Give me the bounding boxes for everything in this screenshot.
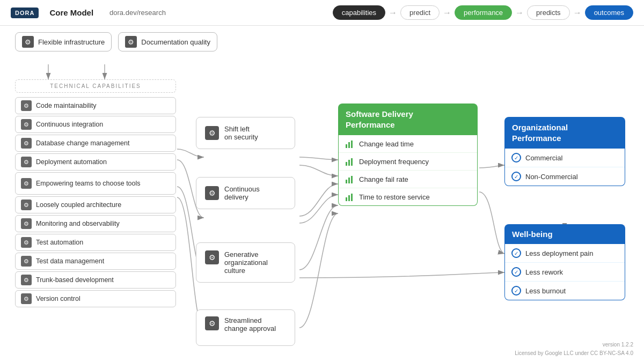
gear-icon-cap-9: ⚙ [21,275,32,285]
url-display: dora.dev/research [109,9,322,17]
gear-icon-cap-0: ⚙ [21,100,32,111]
footer: version 1.2.2 Licensed by Google LLC und… [515,341,633,358]
sdp-item-3: Time to restore service [359,193,430,201]
cap-label-8: Test data management [36,257,104,265]
nav-performance[interactable]: performance [455,5,512,20]
cap-continuous-integration: ⚙ Continuous integration [15,116,176,133]
org-performance-box: Organizational Performance ✓ Commercial … [504,117,625,186]
cap-trunk-based: ⚙ Trunk-based development [15,271,176,289]
svg-rect-12 [351,176,353,183]
org-header: Organizational Performance [504,117,625,149]
gear-icon-cap-6: ⚙ [21,218,32,229]
check-icon-wb-2: ✓ [511,286,521,295]
org-non-commercial: ✓ Non-Commercial [505,167,625,186]
cap-label-3: Deployment automation [36,158,107,166]
cap-loosely-coupled: ⚙ Loosely coupled architecture [15,196,176,213]
sdp-change-lead-time: Change lead time [339,135,477,153]
gear-icon-mid-2: ⚙ [205,250,219,264]
cap-label-10: Version control [36,295,80,302]
sdp-item-2: Change fail rate [359,175,408,183]
bar-chart-icon-0 [345,139,355,149]
mid-section: ⚙ Shift left on security ⚙ Continuous de… [196,112,295,346]
nav-outcomes[interactable]: outcomes [585,5,633,20]
flexible-infra-label: Flexible infrastructure [38,38,105,46]
nav-capabilities[interactable]: capabilities [333,5,385,20]
mid-label-1: Continuous delivery [224,185,260,201]
check-icon-org-0: ✓ [511,153,521,162]
cap-deployment-automation: ⚙ Deployment automation [15,153,176,171]
cap-empowering-teams: ⚙ Empowering teams to choose tools [15,172,176,195]
app-title: Core Model [49,8,93,17]
tech-cap-section: TECHNICAL CAPABILITIES ⚙ Code maintainab… [15,79,176,307]
wellbeing-box: Well-being ✓ Less deployment pain ✓ Less… [504,224,625,300]
gear-icon-cap-2: ⚙ [21,138,32,149]
cap-test-automation: ⚙ Test automation [15,234,176,251]
svg-rect-15 [351,194,353,201]
mid-label-3: Streamlined change approval [224,316,276,333]
nav-predict[interactable]: predict [400,5,440,20]
main-content: ⚙ Flexible infrastructure ⚙ Documentatio… [0,26,644,362]
mid-label-0: Shift left on security [224,125,258,141]
wb-item-0: Less deployment pain [525,249,593,257]
gear-icon-mid-3: ⚙ [205,316,219,330]
svg-rect-6 [351,141,353,148]
nav-predicts[interactable]: predicts [527,5,570,20]
wb-less-rework: ✓ Less rework [505,263,625,282]
cap-label-5: Loosely coupled architecture [36,201,121,209]
arrow-4: → [573,8,582,18]
gear-icon-cap-7: ⚙ [21,237,32,248]
mid-generative-culture: ⚙ Generative organizational culture [196,242,295,283]
gear-icon-1: ⚙ [22,36,34,48]
cap-label-9: Trunk-based development [36,276,114,284]
arrow-1: → [389,8,397,18]
top-boxes: ⚙ Flexible infrastructure ⚙ Documentatio… [15,32,217,51]
cap-label-0: Code maintainability [36,102,97,109]
org-commercial: ✓ Commercial [505,149,625,167]
check-icon-wb-1: ✓ [511,267,521,277]
wb-less-deployment-pain: ✓ Less deployment pain [505,244,625,263]
arrow-2: → [443,8,451,18]
cap-monitoring: ⚙ Monitoring and observability [15,215,176,232]
sdp-box: Software Delivery Performance Change lea… [338,104,478,206]
check-icon-wb-0: ✓ [511,248,521,258]
wb-item-1: Less rework [525,268,563,276]
org-item-1: Non-Commercial [525,173,578,181]
cap-test-data-mgmt: ⚙ Test data management [15,253,176,270]
gear-icon-cap-3: ⚙ [21,157,32,167]
check-icon-org-1: ✓ [511,172,521,181]
org-item-0: Commercial [525,154,562,162]
gear-icon-cap-10: ⚙ [21,293,32,304]
arrow-3: → [515,8,524,18]
cap-label-7: Test automation [36,239,83,246]
mid-label-2: Generative organizational culture [224,250,268,275]
section-label: TECHNICAL CAPABILITIES [15,79,176,93]
sdp-items: Change lead time Deployment frequency Ch… [338,135,478,206]
sdp-item-0: Change lead time [359,140,414,148]
wb-header: Well-being [504,224,625,244]
svg-rect-13 [346,197,347,201]
gear-icon-mid-0: ⚙ [205,126,219,140]
documentation-quality-box: ⚙ Documentation quality [118,32,217,51]
gear-icon-cap-8: ⚙ [21,256,32,267]
svg-rect-11 [348,178,350,183]
svg-rect-8 [348,160,350,166]
gear-icon-2: ⚙ [125,36,137,48]
cap-list: ⚙ Code maintainability ⚙ Continuous inte… [15,97,176,307]
sdp-header: Software Delivery Performance [338,104,478,135]
nav-flow: capabilities → predict → performance → p… [333,5,633,20]
license-text: Licensed by Google LLC under CC BY-NC-SA… [515,349,633,358]
svg-rect-14 [348,195,350,201]
cap-database-change-mgmt: ⚙ Database change management [15,135,176,152]
gear-icon-mid-1: ⚙ [205,186,219,200]
cap-label-4: Empowering teams to choose tools [36,180,141,187]
gear-icon-cap-1: ⚙ [21,119,32,130]
wb-item-2: Less burnout [525,287,566,295]
cap-label-1: Continuous integration [36,121,103,128]
header: DORA Core Model dora.dev/research capabi… [0,0,644,26]
sdp-change-fail-rate: Change fail rate [339,171,477,188]
version-text: version 1.2.2 [515,341,633,349]
sdp-item-1: Deployment frequency [359,158,429,166]
mid-streamlined-approval: ⚙ Streamlined change approval [196,309,295,346]
svg-rect-9 [351,158,353,166]
mid-shift-left: ⚙ Shift left on security [196,117,295,149]
